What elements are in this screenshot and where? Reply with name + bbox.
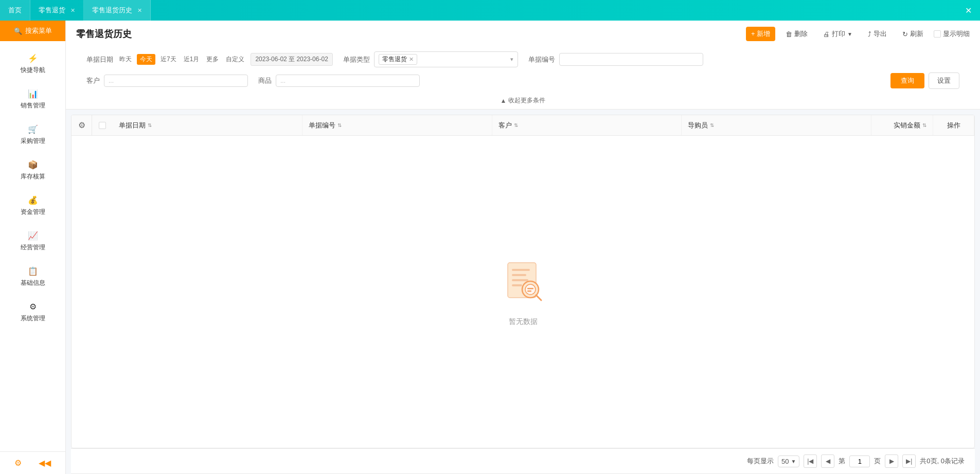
filter-area: 单据日期 昨天 今天 近7天 近1月 更多 自定义 2023-06-02 至 2…	[76, 46, 970, 109]
table-settings-icon[interactable]: ⚙	[72, 115, 92, 135]
display-toggle[interactable]: 显示明细	[934, 29, 970, 39]
operations-icon: 📈	[27, 230, 39, 241]
th-number: 单据编号 ⇅	[302, 115, 492, 135]
settings-bottom-icon[interactable]: ⚙	[14, 458, 22, 468]
empty-state: 暂无数据	[72, 136, 974, 448]
th-guide-sort[interactable]: ⇅	[710, 122, 714, 128]
export-button[interactable]: ⤴ 导出	[863, 27, 892, 41]
first-page-button[interactable]: |◀	[804, 454, 817, 468]
tab-retail-return[interactable]: 零售退货 ✕	[30, 0, 84, 21]
setup-button[interactable]: 设置	[929, 72, 959, 89]
next-page-button[interactable]: ▶	[885, 454, 898, 468]
collapse-label: 收起更多条件	[508, 96, 545, 105]
th-date-sort[interactable]: ⇅	[148, 122, 152, 128]
goods-filter-select[interactable]: ...	[276, 75, 420, 87]
th-guide: 导购员 ⇅	[682, 115, 871, 135]
empty-illustration	[497, 258, 549, 309]
tab-retail-return-history[interactable]: 零售退货历史 ✕	[84, 0, 151, 21]
sidebar-item-quick-nav[interactable]: ⚡ 快捷导航	[3, 46, 62, 81]
number-filter-input[interactable]	[559, 53, 703, 66]
refresh-icon: ↻	[902, 30, 908, 38]
sidebar-item-purchase-mgmt[interactable]: 🛒 采购管理	[3, 117, 62, 152]
type-filter-select[interactable]: 零售退货 ✕ ▾	[374, 51, 518, 67]
sidebar-nav: ⚡ 快捷导航 📊 销售管理 🛒 采购管理 📦 库存核算 💰 资金管理 📈	[0, 41, 65, 451]
svg-rect-3	[512, 279, 528, 281]
tab-retail-return-history-label: 零售退货历史	[92, 6, 132, 15]
refresh-button[interactable]: ↻ 刷新	[897, 27, 929, 41]
per-page-value: 50	[781, 458, 789, 465]
date-custom[interactable]: 自定义	[224, 54, 246, 65]
sidebar-item-finance[interactable]: 💰 资金管理	[3, 188, 62, 223]
tab-retail-return-close[interactable]: ✕	[70, 7, 75, 14]
th-number-sort[interactable]: ⇅	[337, 122, 342, 128]
speaker-bottom-icon[interactable]: ◀◀	[39, 458, 51, 468]
sidebar-search[interactable]: 🔍 搜索菜单	[0, 21, 65, 41]
display-toggle-label: 显示明细	[943, 29, 970, 39]
customer-filter-label: 客户	[86, 76, 100, 85]
content-area: 零售退货历史 + 新增 🗑 删除 🖨 打印 ▼ ⤴	[66, 21, 980, 474]
customer-filter-item: 客户 ...	[86, 75, 248, 87]
table-select-all[interactable]	[92, 115, 113, 135]
sidebar-item-system-mgmt-label: 系统管理	[21, 314, 45, 323]
action-buttons: 查询 设置	[890, 72, 959, 89]
customer-filter-select[interactable]: ...	[104, 75, 248, 87]
page-input[interactable]	[849, 455, 870, 467]
th-date-label: 单据日期	[119, 121, 146, 130]
sidebar-search-label: 搜索菜单	[25, 26, 52, 35]
collapse-bar[interactable]: ▲ 收起更多条件	[86, 94, 959, 109]
collapse-icon: ▲	[501, 97, 507, 104]
empty-svg	[497, 258, 549, 309]
print-button[interactable]: 🖨 打印 ▼	[818, 27, 858, 41]
customer-filter-placeholder: ...	[109, 77, 114, 84]
sidebar-bottom: ⚙ ◀◀	[0, 451, 65, 474]
sidebar-item-system-mgmt[interactable]: ⚙ 系统管理	[3, 295, 62, 329]
date-1month[interactable]: 近1月	[182, 54, 202, 65]
date-yesterday[interactable]: 昨天	[117, 54, 134, 65]
svg-rect-8	[527, 288, 533, 289]
tab-retail-return-history-close[interactable]: ✕	[137, 7, 142, 14]
new-button[interactable]: + 新增	[746, 27, 775, 41]
page-label: 第	[839, 457, 845, 466]
date-7days[interactable]: 近7天	[158, 54, 179, 65]
last-page-button[interactable]: ▶|	[902, 454, 916, 468]
select-all-checkbox[interactable]	[99, 122, 106, 129]
filter-row-2: 客户 ... 商品 ... 查询	[86, 72, 959, 89]
th-amount-sort[interactable]: ⇅	[922, 122, 926, 128]
th-action: 操作	[933, 115, 974, 135]
sidebar-item-operations[interactable]: 📈 经营管理	[3, 224, 62, 258]
sidebar-item-inventory[interactable]: 📦 库存核算	[3, 153, 62, 187]
filter-row-1: 单据日期 昨天 今天 近7天 近1月 更多 自定义 2023-06-02 至 2…	[86, 51, 959, 67]
number-filter-item: 单据编号	[528, 53, 703, 66]
page-title: 零售退货历史	[76, 28, 132, 40]
inventory-icon: 📦	[27, 159, 39, 170]
window-close-button[interactable]: ✕	[965, 6, 972, 15]
svg-rect-2	[512, 274, 526, 276]
goods-filter-placeholder: ...	[280, 77, 286, 84]
prev-page-button[interactable]: ◀	[821, 454, 834, 468]
delete-button[interactable]: 🗑 删除	[780, 27, 813, 41]
date-more[interactable]: 更多	[204, 54, 221, 65]
date-range-display[interactable]: 2023-06-02 至 2023-06-02	[251, 53, 332, 66]
delete-button-label: 删除	[794, 29, 808, 39]
base-info-icon: 📋	[27, 265, 39, 277]
export-icon: ⤴	[868, 30, 871, 38]
query-button[interactable]: 查询	[890, 73, 924, 88]
per-page-select[interactable]: 50 ▼	[778, 455, 799, 467]
th-customer-sort[interactable]: ⇅	[514, 122, 518, 128]
type-filter-tag-close[interactable]: ✕	[409, 56, 414, 63]
number-filter-label: 单据编号	[528, 55, 555, 64]
page-header: 零售退货历史 + 新增 🗑 删除 🖨 打印 ▼ ⤴	[66, 21, 980, 110]
sidebar-item-base-info[interactable]: 📋 基础信息	[3, 259, 62, 294]
export-button-label: 导出	[874, 29, 887, 39]
sidebar-item-inventory-label: 库存核算	[21, 172, 45, 181]
date-today[interactable]: 今天	[137, 54, 155, 65]
pagination-bar: 每页显示 50 ▼ |◀ ◀ 第 页 ▶ ▶| 共0页, 0条记录	[71, 448, 975, 474]
tab-home[interactable]: 首页	[0, 0, 30, 21]
display-toggle-checkbox[interactable]	[934, 30, 941, 38]
finance-icon: 💰	[27, 194, 39, 206]
goods-filter-label: 商品	[258, 76, 272, 85]
sidebar-item-sales-mgmt[interactable]: 📊 销售管理	[3, 82, 62, 116]
purchase-mgmt-icon: 🛒	[27, 123, 39, 135]
type-filter-label: 单据类型	[343, 55, 370, 64]
table-wrapper: ⚙ 单据日期 ⇅ 单据编号 ⇅ 客户 ⇅ 导购员 ⇅	[71, 115, 975, 448]
